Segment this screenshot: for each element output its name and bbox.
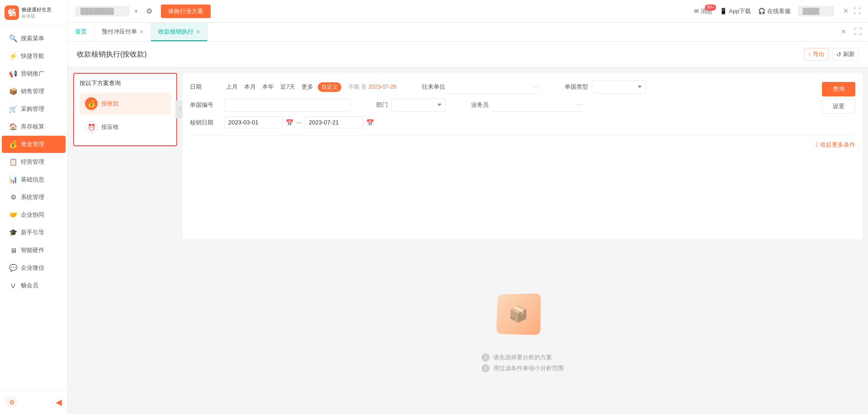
sidebar: 畅 畅捷通好生意 标准版 🔍 搜索菜单 ⚡ 快捷导航 📢 营销推广 📦 销售管理… (0, 0, 68, 414)
nav-icon-hardware: 🖥 (9, 246, 17, 254)
sidebar-item-inventory[interactable]: 🏠 库存核算 (2, 118, 66, 135)
topbar-message-btn[interactable]: ✉ 消息 99+ (694, 7, 712, 15)
export-icon: ↑ (808, 51, 811, 58)
verify-start-cal-icon[interactable]: 📅 (286, 119, 293, 126)
date-end-value: 2023-07-26 (368, 84, 396, 90)
tabbar-actions: × ⛶ (837, 23, 868, 41)
logo-badge: 标准版 (22, 13, 52, 19)
refresh-button[interactable]: ↺ 刷新 (832, 48, 859, 61)
search-form: 日期 上月 本月 本年 近7天 更多 自定义 (183, 73, 863, 239)
tip-1-num: 1 (481, 353, 490, 362)
verify-start-input[interactable] (224, 116, 283, 128)
counterpart-field[interactable]: ··· (449, 80, 539, 94)
sidebar-item-member[interactable]: V 畅会员 (2, 277, 66, 294)
empty-state: 📦 1 请先选择要分析的方案 2 用过滤条件来缩小分析范围 (183, 239, 863, 409)
date-btn-this-month[interactable]: 本月 (242, 82, 258, 92)
date-btn-more[interactable]: 更多 (300, 82, 315, 92)
date-btn-this-year[interactable]: 本年 (260, 82, 276, 92)
bill-no-label: 单据编号 (190, 101, 217, 109)
export-button[interactable]: ↑ 导出 (804, 48, 829, 61)
counterpart-dots[interactable]: ··· (533, 82, 539, 91)
bill-no-input[interactable] (224, 99, 351, 112)
app-label: App下载 (729, 7, 751, 15)
sidebar-item-wechat[interactable]: 💬 企业微信 (2, 259, 66, 276)
topbar-service-btn[interactable]: 🎧 在线客服 (758, 7, 791, 15)
topbar-app-btn[interactable]: 📱 App下载 (720, 7, 751, 15)
tip-1-text: 请先选择要分析的方案 (493, 353, 552, 362)
sidebar-item-sales[interactable]: 📦 销售管理 (2, 83, 66, 100)
nav-label-quick: 快捷导航 (21, 52, 44, 60)
nav-icon-sales: 📦 (9, 87, 17, 95)
filter-receipt-label: 按收款 (101, 100, 119, 108)
nav-label-operation: 经营管理 (21, 158, 44, 166)
tab-collect[interactable]: 收款核销执行 × (151, 23, 208, 41)
sidebar-item-marketing[interactable]: 📢 营销推广 (2, 65, 66, 82)
nav-label-guide: 新手引导 (21, 228, 44, 237)
date-unlimited: 不限 (349, 83, 359, 91)
nav-icon-basic: 📊 (9, 176, 17, 184)
sidebar-item-system[interactable]: ⚙ 系统管理 (2, 189, 66, 206)
staff-label: 业务员 (471, 101, 489, 109)
sidebar-collapse-btn[interactable]: ◀ (56, 397, 62, 407)
date-label: 日期 (190, 83, 217, 91)
staff-field[interactable]: ··· (492, 98, 583, 112)
sidebar-item-purchase[interactable]: 🛒 采购管理 (2, 100, 66, 118)
filter-by-receivable[interactable]: ⏰ 按应收 (80, 116, 171, 138)
topbar-gear-icon[interactable]: ⚙ (143, 5, 156, 18)
tab-prepay[interactable]: 预付冲应付单 × (94, 23, 151, 41)
logo-title: 畅捷通好生意 (22, 6, 52, 13)
sidebar-item-finance[interactable]: 💰 资金管理 (2, 136, 66, 153)
tabbar-close-icon[interactable]: × (837, 26, 850, 38)
dept-select[interactable] (392, 99, 446, 112)
topbar-expand-icon[interactable]: ⛶ (854, 7, 861, 15)
tab-home[interactable]: 首页 (68, 23, 94, 41)
search-btn-col: 查询 设置 (822, 80, 855, 114)
filter-title: 按以下方案查询 (80, 79, 171, 87)
date-btn-7days[interactable]: 近7天 (278, 82, 297, 92)
sidebar-item-search[interactable]: 🔍 搜索菜单 (2, 30, 66, 47)
solution-button[interactable]: 体验行业方案 (161, 5, 211, 18)
bill-row: 单据编号 部门 业务员 (190, 98, 815, 112)
verify-date-inputs: 📅 — 📅 (224, 116, 374, 128)
collapse-more-btn[interactable]: 《 收起更多条件 (190, 137, 855, 152)
staff-group: 业务员 ··· (471, 98, 583, 112)
filter-by-receipt[interactable]: 💰 按收款 (80, 93, 171, 114)
staff-dots[interactable]: ··· (576, 100, 583, 109)
tab-prepay-close[interactable]: × (140, 29, 143, 35)
date-btn-custom[interactable]: 自定义 (318, 82, 341, 92)
setting-button[interactable]: 设置 (822, 99, 855, 114)
search-row-1: 日期 上月 本月 本年 近7天 更多 自定义 (190, 80, 855, 133)
nav-icon-system: ⚙ (9, 193, 17, 201)
topbar-close-icon[interactable]: × (843, 6, 848, 16)
sidebar-item-operation[interactable]: 📋 经营管理 (2, 153, 66, 171)
sidebar-settings-icon[interactable]: ⚙ (5, 396, 18, 409)
nav-label-purchase: 采购管理 (21, 105, 44, 113)
bill-type-select[interactable] (592, 81, 646, 94)
query-button[interactable]: 查询 (822, 82, 855, 96)
verify-date-separator: — (296, 119, 302, 126)
logo-text-block: 畅捷通好生意 标准版 (22, 6, 52, 19)
sidebar-item-hardware[interactable]: 🖥 智能硬件 (2, 242, 66, 259)
sidebar-item-enterprise[interactable]: 🤝 企业协同 (2, 206, 66, 224)
nav-label-marketing: 营销推广 (21, 70, 44, 78)
sidebar-item-basic[interactable]: 📊 基础信息 (2, 171, 66, 188)
tabbar-expand-icon[interactable]: ⛶ (852, 26, 864, 38)
nav-label-basic: 基础信息 (21, 176, 44, 184)
sidebar-item-quick[interactable]: ⚡ 快捷导航 (2, 48, 66, 65)
tab-prepay-label: 预付冲应付单 (102, 28, 137, 36)
date-btn-last-month[interactable]: 上月 (224, 82, 240, 92)
topbar-dropdown-icon[interactable]: ▾ (135, 8, 137, 14)
verify-end-input[interactable] (305, 116, 363, 128)
nav-label-member: 畅会员 (21, 281, 38, 290)
nav-label-system: 系统管理 (21, 193, 44, 201)
filter-panel: 按以下方案查询 💰 按收款 ⏰ 按应收 《 (73, 73, 177, 409)
filter-collapse-btn[interactable]: 《 (175, 100, 183, 119)
nav-label-sales: 销售管理 (21, 87, 44, 95)
verify-date-label: 核销日期 (190, 119, 217, 127)
sidebar-item-guide[interactable]: 🎓 新手引导 (2, 224, 66, 241)
nav-icon-quick: ⚡ (9, 52, 17, 60)
tab-collect-close[interactable]: × (196, 29, 200, 35)
empty-tip-2: 2 用过滤条件来缩小分析范围 (481, 364, 564, 372)
bill-type-group: 单据类型 (565, 81, 646, 94)
verify-end-cal-icon[interactable]: 📅 (366, 119, 374, 126)
